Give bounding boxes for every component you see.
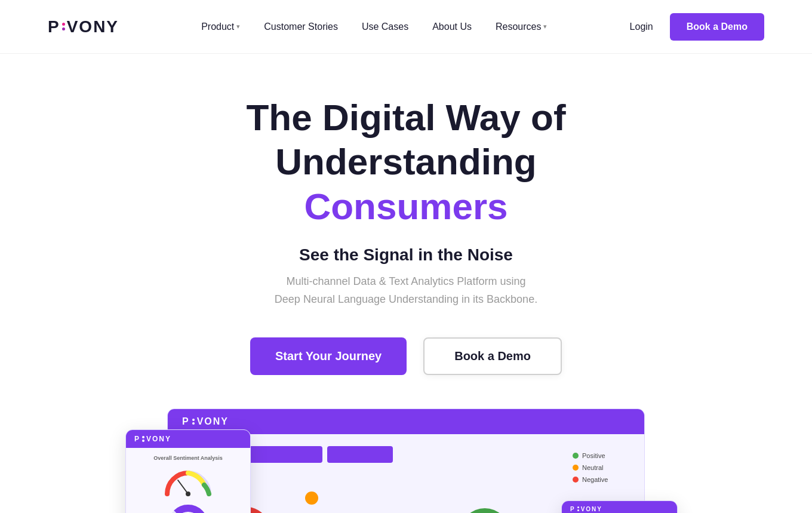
hero-description: Multi-channel Data & Text Analytics Plat… <box>275 273 537 308</box>
mobile-content: Overall Sentiment Analysis <box>126 448 250 513</box>
nav-resources[interactable]: Resources ▾ <box>496 21 547 32</box>
sentiment-label: Overall Sentiment Analysis <box>133 455 243 461</box>
legend-item-negative: Negative <box>573 476 632 483</box>
negative-dot <box>573 477 579 483</box>
logo-separator-dots <box>62 23 65 30</box>
logo-vony: VONY <box>67 17 119 36</box>
navbar: P VONY Product ▾ Customer Stories Use Ca… <box>0 0 812 54</box>
gauge-chart <box>133 467 243 498</box>
nav-product[interactable]: Product ▾ <box>201 21 240 32</box>
positive-dot <box>573 453 579 459</box>
purple-bar-1 <box>239 446 322 463</box>
login-link[interactable]: Login <box>630 21 653 32</box>
mobile-header: P VONY <box>126 430 250 448</box>
nav-links: Product ▾ Customer Stories Use Cases Abo… <box>201 21 547 32</box>
chevron-down-icon: ▾ <box>236 23 240 30</box>
logo-p: P <box>48 17 60 36</box>
logo[interactable]: P VONY <box>48 17 119 36</box>
hero-section: The Digital Way of Understanding Consume… <box>0 54 812 513</box>
hero-cta-group: Start Your Journey Book a Demo <box>250 337 562 375</box>
svg-point-1 <box>186 492 190 496</box>
legend-item-positive: Positive <box>573 452 632 459</box>
start-journey-button[interactable]: Start Your Journey <box>250 337 407 375</box>
book-demo-hero-button[interactable]: Book a Demo <box>423 337 562 375</box>
dashboard-preview: P VONY Overall Sentiment Analysis <box>167 408 645 513</box>
svg-line-0 <box>178 480 188 494</box>
nav-use-cases[interactable]: Use Cases <box>362 21 408 32</box>
nav-about-us[interactable]: About Us <box>432 21 472 32</box>
bubble-green: Arrived quickly <box>460 508 509 513</box>
purple-bar-2 <box>327 446 393 463</box>
mobile-overlay: P VONY Overall Sentiment Analysis <box>125 429 251 513</box>
donut-chart <box>133 504 243 513</box>
hero-subtitle: See the Signal in the Noise <box>299 245 513 265</box>
chevron-down-icon: ▾ <box>543 23 547 30</box>
participation-header: P VONY <box>562 501 677 513</box>
hero-title-consumers: Consumers <box>304 186 508 227</box>
book-demo-nav-button[interactable]: Book a Demo <box>670 13 764 41</box>
svg-point-3 <box>171 508 205 513</box>
bubble-orange-small <box>305 492 318 505</box>
hero-title: The Digital Way of Understanding Consume… <box>137 96 675 229</box>
nav-right: Login Book a Demo <box>630 13 764 41</box>
nav-customer-stories[interactable]: Customer Stories <box>264 21 338 32</box>
legend-item-neutral: Neutral <box>573 464 632 471</box>
legend-panel: Positive Neutral Negative <box>567 446 632 494</box>
participation-overlay: P VONY Time-based Participation M <box>561 500 678 513</box>
neutral-dot <box>573 465 579 471</box>
